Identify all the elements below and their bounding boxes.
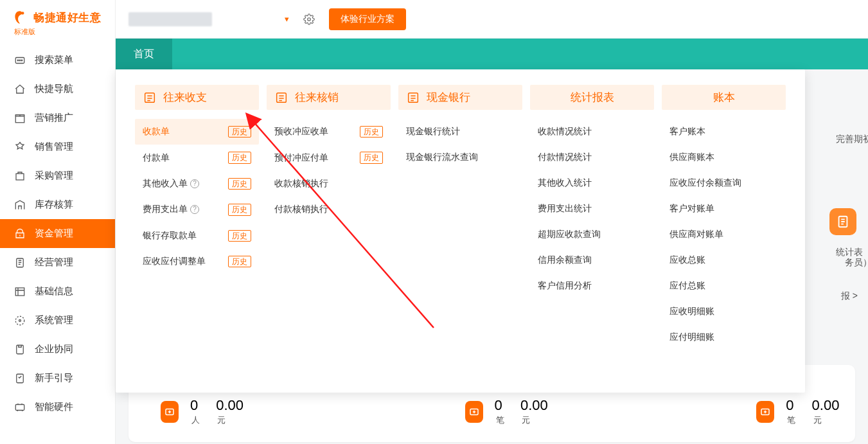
mega-menu-item[interactable]: 费用支出统计 <box>530 196 654 222</box>
menu-item-label: 其他收入统计 <box>538 177 592 189</box>
stat-amount: 0.00元 <box>216 397 246 426</box>
section-title: 账本 <box>713 90 735 105</box>
sidebar-item[interactable]: 系统管理 <box>0 306 115 335</box>
history-badge[interactable]: 历史 <box>228 126 251 138</box>
mega-menu-item[interactable]: 信用余额查询 <box>530 247 654 273</box>
mega-menu-item[interactable]: 预收冲应收单历史 <box>267 119 391 145</box>
stat-box: 0人 0.00元 <box>161 397 247 426</box>
mega-menu-item[interactable]: 应收明细账 <box>662 299 786 324</box>
mega-menu-item[interactable]: 供应商对账单 <box>662 222 786 247</box>
help-icon: ? <box>190 205 199 214</box>
mega-menu-item[interactable]: 费用支出单?历史 <box>135 197 259 222</box>
sidebar-item[interactable]: 快捷导航 <box>0 75 115 103</box>
nav-icon <box>14 286 26 297</box>
sidebar-item[interactable]: 企业协同 <box>0 335 115 364</box>
menu-item-label: 预收冲应收单 <box>274 126 328 138</box>
sidebar-item[interactable]: 销售管理 <box>0 132 115 161</box>
org-selector[interactable]: ▾ <box>128 12 289 26</box>
sidebar-nav: 搜索菜单快捷导航营销推广销售管理采购管理库存核算资金管理经营管理基础信息系统管理… <box>0 43 115 444</box>
mega-menu-item[interactable]: 应收应付调整单历史 <box>135 249 259 274</box>
nav-label: 库存核算 <box>35 199 73 211</box>
mega-menu-item[interactable]: 应收总账 <box>662 247 786 273</box>
nav-label: 搜索菜单 <box>35 54 73 66</box>
sidebar-item[interactable]: 新手引导 <box>0 364 115 393</box>
menu-item-label: 供应商账本 <box>669 152 714 163</box>
mega-menu-item[interactable]: 付款单历史 <box>135 145 259 170</box>
history-badge[interactable]: 历史 <box>360 126 383 138</box>
history-badge[interactable]: 历史 <box>228 178 251 190</box>
menu-item-label: 客户账本 <box>669 126 705 138</box>
section-icon <box>406 91 420 105</box>
stat-icon <box>465 401 483 423</box>
menu-item-label: 应收应付调整单 <box>143 256 206 267</box>
history-badge[interactable]: 历史 <box>228 230 251 242</box>
mega-menu-item[interactable]: 客户账本 <box>662 119 786 145</box>
shortcut-tile[interactable] <box>829 208 856 235</box>
mega-menu-item[interactable]: 付款核销执行 <box>267 197 391 222</box>
sidebar-item[interactable]: 搜索菜单 <box>0 46 115 75</box>
mega-menu-item[interactable]: 收款核销执行 <box>267 171 391 197</box>
sidebar-item[interactable]: 基础信息 <box>0 277 115 306</box>
mega-menu-item[interactable]: 预付冲应付单历史 <box>267 145 391 170</box>
mega-menu-item[interactable]: 供应商账本 <box>662 145 786 170</box>
mega-column-header: 账本 <box>662 85 786 110</box>
history-badge[interactable]: 历史 <box>228 152 251 163</box>
mega-menu-item[interactable]: 收款情况统计 <box>530 119 654 145</box>
logo-icon <box>12 9 28 26</box>
mega-menu-item[interactable]: 现金银行统计 <box>398 119 522 145</box>
mega-menu-item[interactable]: 应付明细账 <box>662 324 786 350</box>
mega-menu-item[interactable]: 超期应收款查询 <box>530 222 654 247</box>
sidebar-item[interactable]: 经营管理 <box>0 248 115 277</box>
stat-count: 0笔 <box>786 397 800 426</box>
brand-name: 畅捷通好生意 <box>33 10 101 25</box>
settings-button[interactable] <box>298 8 320 30</box>
nav-icon <box>14 55 26 66</box>
mega-menu-item[interactable]: 其他收入单?历史 <box>135 171 259 197</box>
doc-icon <box>836 215 850 229</box>
menu-item-label: 付款单 <box>143 152 170 164</box>
menu-item-label: 应收总账 <box>669 254 705 266</box>
svg-point-3 <box>19 60 21 61</box>
history-badge[interactable]: 历史 <box>360 152 383 163</box>
sidebar-item[interactable]: 营销推广 <box>0 103 115 132</box>
mega-column-header: 现金银行 <box>398 85 522 110</box>
mega-menu-item[interactable]: 银行存取款单历史 <box>135 223 259 249</box>
menu-item-label: 信用余额查询 <box>538 254 592 266</box>
nav-label: 系统管理 <box>35 314 73 326</box>
menu-item-label: 其他收入单? <box>143 178 199 190</box>
mega-menu-item[interactable]: 客户对账单 <box>662 196 786 222</box>
section-title: 现金银行 <box>427 90 470 105</box>
topbar: ▾ 体验行业方案 <box>116 0 868 39</box>
industry-plan-button[interactable]: 体验行业方案 <box>329 8 406 30</box>
section-icon <box>143 91 157 105</box>
mega-column: 统计报表收款情况统计付款情况统计其他收入统计费用支出统计超期应收款查询信用余额查… <box>526 85 658 377</box>
brand-edition: 标准版 <box>14 27 103 37</box>
hint-snippet: 报 > <box>841 290 858 302</box>
mega-menu-item[interactable]: 应收应付余额查询 <box>662 170 786 196</box>
mega-menu-item[interactable]: 现金银行流水查询 <box>398 145 522 170</box>
stat-count: 0人 <box>190 397 204 426</box>
nav-label: 经营管理 <box>35 256 73 269</box>
mega-menu-item[interactable]: 付款情况统计 <box>530 145 654 170</box>
mega-column-header: 往来收支 <box>135 85 259 110</box>
mega-menu-item[interactable]: 其他收入统计 <box>530 170 654 196</box>
stat-amount: 0.00元 <box>812 397 842 426</box>
history-badge[interactable]: 历史 <box>228 256 251 267</box>
mega-menu-item[interactable]: 应付总账 <box>662 273 786 299</box>
nav-icon <box>14 402 26 413</box>
sidebar-item[interactable]: 智能硬件 <box>0 393 115 422</box>
nav-icon <box>14 257 26 269</box>
sidebar-item[interactable]: 库存核算 <box>0 190 115 219</box>
sidebar-item[interactable]: 资金管理 <box>0 219 115 248</box>
history-badge[interactable]: 历史 <box>228 204 251 215</box>
menu-item-label: 供应商对账单 <box>669 229 723 240</box>
mega-menu-item[interactable]: 客户信用分析 <box>530 273 654 299</box>
mega-menu-item[interactable]: 收款单历史 <box>135 119 259 145</box>
tab-home[interactable]: 首页 <box>116 39 172 69</box>
stat-amount: 0.00元 <box>520 397 551 426</box>
menu-item-label: 收款核销执行 <box>274 178 328 190</box>
nav-label: 资金管理 <box>35 227 73 240</box>
mega-column: 现金银行现金银行统计现金银行流水查询 <box>394 85 526 377</box>
nav-icon <box>14 170 26 182</box>
sidebar-item[interactable]: 采购管理 <box>0 161 115 190</box>
